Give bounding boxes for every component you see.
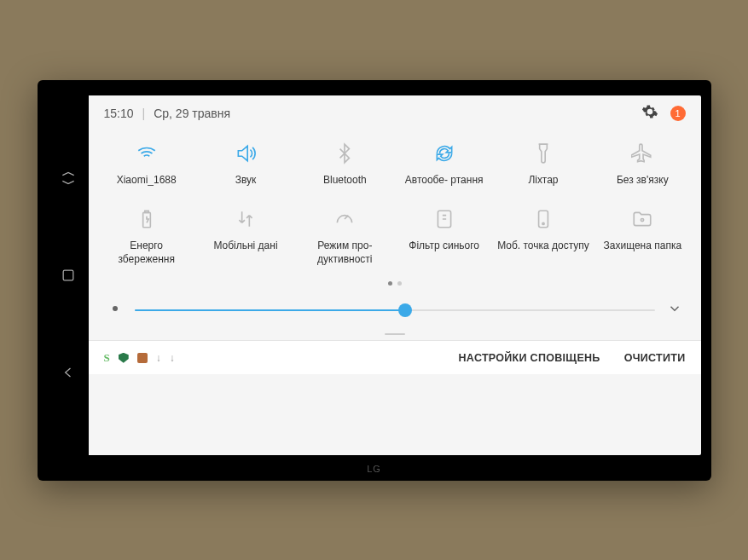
tile-flashlight[interactable]: Ліхтар (494, 131, 593, 198)
svg-point-4 (542, 222, 544, 224)
tile-bluetooth[interactable]: Bluetooth (295, 131, 394, 198)
home-button[interactable] (58, 265, 78, 286)
bluetooth-icon (333, 138, 356, 169)
android-nav-bar (48, 95, 89, 455)
status-bar: 15:10 | Ср, 29 травня 1 (89, 95, 701, 131)
monitor-frame: 15:10 | Ср, 29 травня 1 Xiaomi_1688 (38, 80, 711, 481)
screen: 15:10 | Ср, 29 травня 1 Xiaomi_1688 (48, 95, 701, 455)
gauge-icon (333, 204, 356, 234)
download-icon: ↓ (170, 352, 175, 364)
back-button[interactable] (58, 362, 78, 383)
tile-mobiledata[interactable]: Мобільні дані (196, 197, 295, 276)
tile-securefolder[interactable]: Захищена папка (593, 197, 692, 276)
shield-icon (119, 353, 129, 363)
svg-point-5 (641, 219, 644, 222)
tile-label: Моб. точка доступу (497, 240, 589, 253)
tile-bluelight[interactable]: Фільтр синього (395, 197, 494, 276)
svg-rect-0 (63, 270, 73, 280)
slider-thumb[interactable] (398, 303, 412, 317)
tile-label: Захищена папка (604, 240, 682, 253)
tile-performance[interactable]: Режим про- дуктивності (295, 197, 394, 276)
monitor-logo: LG (367, 464, 381, 474)
download-icon: ↓ (156, 352, 161, 364)
flashlight-icon (532, 138, 554, 169)
footer-bar: S ↓ ↓ НАСТРОЙКИ СПОВІЩЕНЬ ОЧИСТИТИ (89, 340, 701, 374)
divider: | (142, 107, 146, 120)
tile-label: Автообе- ртання (405, 174, 484, 188)
quick-tiles-grid: Xiaomi_1688 Звук Bluetooth (89, 131, 701, 277)
notification-settings-button[interactable]: НАСТРОЙКИ СПОВІЩЕНЬ (459, 352, 600, 364)
tile-label: Bluetooth (323, 174, 367, 188)
chevron-down-icon[interactable] (667, 301, 682, 320)
tile-label: Ліхтар (528, 174, 558, 188)
wifi-icon (136, 138, 158, 169)
folder-lock-icon (631, 204, 653, 234)
tile-hotspot[interactable]: Моб. точка доступу (494, 197, 593, 276)
tile-label: Без зв'язку (617, 174, 669, 188)
tile-label: Фільтр синього (409, 240, 479, 253)
hotspot-icon (532, 204, 554, 234)
date: Ср, 29 травня (154, 107, 230, 120)
tile-autorotate[interactable]: Автообе- ртання (395, 131, 494, 198)
app-icon (137, 353, 148, 363)
mobiledata-icon (235, 204, 257, 234)
sound-icon (235, 138, 257, 169)
clock: 15:10 (104, 107, 134, 120)
tile-airplane[interactable]: Без зв'язку (593, 131, 692, 198)
s-icon: S (104, 351, 110, 365)
drag-handle[interactable] (89, 332, 701, 340)
bluelight-icon (433, 204, 455, 234)
tile-label: Звук (235, 174, 257, 188)
page-dot[interactable] (397, 281, 402, 286)
quick-settings-panel: 15:10 | Ср, 29 травня 1 Xiaomi_1688 (89, 95, 701, 455)
brightness-slider[interactable] (135, 309, 655, 311)
brightness-icon (107, 301, 123, 320)
battery-icon (136, 204, 158, 234)
svg-point-6 (113, 306, 118, 311)
tile-sound[interactable]: Звук (196, 131, 295, 198)
tile-label: Режим про- дуктивності (299, 240, 391, 266)
page-indicator (89, 276, 701, 294)
status-icons: S ↓ ↓ (104, 351, 175, 365)
tile-wifi[interactable]: Xiaomi_1688 (97, 131, 196, 198)
tile-label: Xiaomi_1688 (117, 174, 177, 188)
airplane-icon (631, 138, 653, 169)
tile-label: Мобільні дані (213, 240, 277, 253)
brightness-row (89, 294, 701, 332)
clear-button[interactable]: ОЧИСТИТИ (624, 352, 686, 364)
tile-label: Енерго збереження (101, 240, 193, 266)
slider-fill (135, 309, 405, 311)
svg-rect-1 (142, 213, 150, 228)
recents-button[interactable] (58, 168, 78, 188)
page-dot[interactable] (388, 281, 392, 286)
tile-powersave[interactable]: Енерго збереження (97, 197, 196, 276)
autorotate-icon (433, 138, 455, 169)
settings-icon[interactable] (641, 103, 658, 123)
notification-badge[interactable]: 1 (670, 106, 686, 121)
